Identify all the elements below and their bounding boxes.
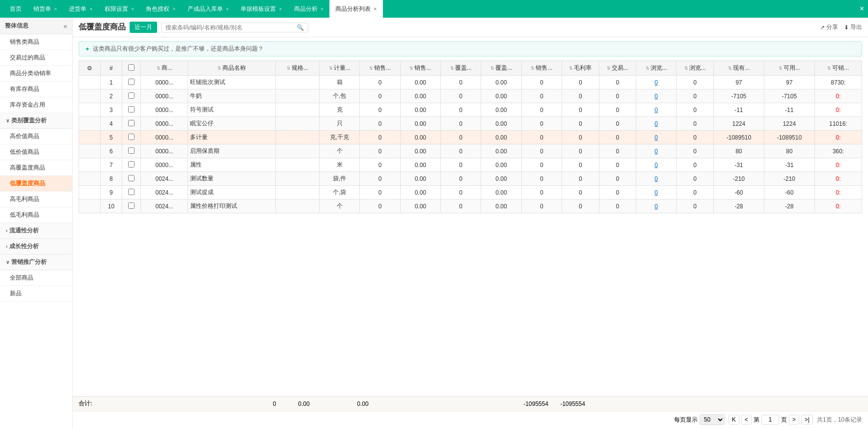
row-cov-qty: 0	[441, 117, 481, 131]
close-icon[interactable]: ×	[54, 6, 57, 12]
nav-item-product-analysis[interactable]: 商品分析 ×	[288, 0, 329, 18]
th-salable[interactable]: ⇅ 可销...	[814, 61, 862, 76]
row-browse1[interactable]: 0	[636, 131, 677, 144]
page-label: 第	[754, 416, 760, 424]
sidebar-item-high-coverage[interactable]: 高覆盖度商品	[0, 160, 72, 176]
row-code: 0024...	[141, 186, 188, 200]
search-input[interactable]	[165, 24, 297, 31]
nav-item-product-analysis-list[interactable]: 商品分析列表 ×	[329, 0, 382, 18]
row-cov-amt: 0.00	[481, 186, 521, 200]
row-checkbox[interactable]	[122, 89, 140, 103]
first-page-button[interactable]: K	[729, 415, 739, 425]
th-curr-stock[interactable]: ⇅ 现有...	[713, 61, 764, 76]
row-browse1[interactable]: 0	[636, 103, 677, 117]
share-button[interactable]: ↗ 分享	[820, 23, 838, 31]
row-sale-amt: 0.00	[400, 200, 440, 213]
page-input[interactable]	[761, 415, 779, 425]
row-salable: 360:	[814, 144, 862, 158]
nav-item-role[interactable]: 角色授权 ×	[140, 0, 181, 18]
window-close-button[interactable]: ×	[860, 4, 864, 13]
sidebar-item-stock-fund[interactable]: 库存资金占用	[0, 97, 72, 113]
sidebar-item-all-goods[interactable]: 全部商品	[0, 270, 72, 286]
sidebar-header-overall[interactable]: 整体信息 «	[0, 18, 72, 34]
row-checkbox[interactable]	[122, 158, 140, 172]
nav-item-template[interactable]: 单据模板设置 ×	[235, 0, 288, 18]
row-checkbox[interactable]	[122, 144, 140, 158]
row-checkbox[interactable]	[122, 131, 140, 144]
row-trans: 0	[599, 117, 636, 131]
th-checkbox[interactable]	[122, 61, 140, 76]
sidebar-item-new-goods[interactable]: 新品	[0, 286, 72, 302]
row-browse1[interactable]: 0	[636, 200, 677, 213]
nav-item-sales[interactable]: 销货单 ×	[27, 0, 63, 18]
close-icon[interactable]: ×	[226, 6, 229, 12]
th-cov-amt[interactable]: ⇅ 覆盖...	[481, 61, 521, 76]
close-icon[interactable]: ×	[279, 6, 282, 12]
search-icon[interactable]: 🔍	[297, 24, 304, 31]
select-all-checkbox[interactable]	[128, 64, 135, 71]
th-name[interactable]: ⇅ 商品名称	[188, 61, 275, 76]
row-browse1[interactable]: 0	[636, 117, 677, 131]
th-code[interactable]: ⇅ 商...	[141, 61, 188, 76]
th-browse2[interactable]: ⇅ 浏览...	[677, 61, 713, 76]
sidebar-group-coverage[interactable]: ∨ 类别覆盖分析	[0, 113, 72, 129]
sidebar-item-traded-goods[interactable]: 交易过的商品	[0, 50, 72, 66]
close-icon[interactable]: ×	[131, 6, 134, 12]
header-actions: ↗ 分享 ⬇ 导出	[820, 23, 862, 31]
row-browse1[interactable]: 0	[636, 144, 677, 158]
th-unit[interactable]: ⇅ 计量...	[320, 61, 360, 76]
row-checkbox[interactable]	[122, 172, 140, 186]
th-browse1[interactable]: ⇅ 浏览...	[636, 61, 677, 76]
row-checkbox[interactable]	[122, 76, 140, 89]
sidebar-group-growth[interactable]: › 成长性分析	[0, 239, 72, 255]
sidebar-item-category-turnover[interactable]: 商品分类动销率	[0, 66, 72, 82]
th-gross[interactable]: ⇅ 毛利率	[562, 61, 599, 76]
row-checkbox[interactable]	[122, 117, 140, 131]
th-cov-qty[interactable]: ⇅ 覆盖...	[441, 61, 481, 76]
time-filter-button[interactable]: 近一月	[130, 22, 157, 33]
close-icon[interactable]: ×	[172, 6, 175, 12]
export-button[interactable]: ⬇ 导出	[844, 23, 862, 31]
close-icon[interactable]: ×	[321, 6, 324, 12]
nav-item-purchase[interactable]: 进货单 ×	[63, 0, 98, 18]
th-sale-days[interactable]: ⇅ 销售...	[521, 61, 562, 76]
row-browse1[interactable]: 0	[636, 89, 677, 103]
per-page-select[interactable]: 10 20 50 100	[700, 414, 725, 425]
th-trans[interactable]: ⇅ 交易...	[599, 61, 636, 76]
close-icon[interactable]: ×	[89, 6, 92, 12]
sidebar-item-sales-goods[interactable]: 销售类商品	[0, 34, 72, 50]
row-sale-qty: 0	[360, 200, 400, 213]
nav-item-home[interactable]: 首页	[4, 0, 27, 18]
row-checkbox[interactable]	[122, 186, 140, 200]
nav-item-product-inbound[interactable]: 产成品入库单 ×	[182, 0, 235, 18]
th-sale-qty[interactable]: ⇅ 销售...	[360, 61, 400, 76]
th-spec[interactable]: ⇅ 规格...	[275, 61, 319, 76]
sort-icon: ⇅	[450, 66, 454, 71]
row-checkbox[interactable]	[122, 200, 140, 213]
sidebar-item-low-value[interactable]: 低价值商品	[0, 144, 72, 160]
row-name: 测试数量	[188, 172, 275, 186]
row-browse1[interactable]: 0	[636, 172, 677, 186]
row-checkbox[interactable]	[122, 103, 140, 117]
sidebar-item-low-coverage[interactable]: 低覆盖度商品	[0, 176, 72, 192]
row-browse1[interactable]: 0	[636, 186, 677, 200]
th-avail[interactable]: ⇅ 可用...	[764, 61, 814, 76]
row-trans: 0	[599, 76, 636, 89]
last-page-button[interactable]: >|	[801, 415, 813, 425]
row-browse1[interactable]: 0	[636, 158, 677, 172]
sidebar-group-marketing[interactable]: ∨ 营销推广分析	[0, 255, 72, 270]
row-trans: 0	[599, 144, 636, 158]
sidebar-item-high-value[interactable]: 高价值商品	[0, 129, 72, 144]
sidebar-group-circulation[interactable]: › 流通性分析	[0, 223, 72, 239]
sidebar-item-low-margin[interactable]: 低毛利商品	[0, 207, 72, 223]
prev-page-button[interactable]: <	[741, 415, 752, 425]
th-gear[interactable]: ⚙	[79, 61, 101, 76]
next-page-button[interactable]: >	[789, 415, 799, 425]
sidebar-item-high-margin[interactable]: 高毛利商品	[0, 192, 72, 207]
th-sale-amt[interactable]: ⇅ 销售...	[400, 61, 440, 76]
nav-item-permission[interactable]: 权限设置 ×	[99, 0, 140, 18]
row-browse1[interactable]: 0	[636, 76, 677, 89]
sidebar-item-stock-goods[interactable]: 有库存商品	[0, 82, 72, 97]
row-gross: 0	[562, 144, 599, 158]
close-icon[interactable]: ×	[374, 6, 377, 12]
